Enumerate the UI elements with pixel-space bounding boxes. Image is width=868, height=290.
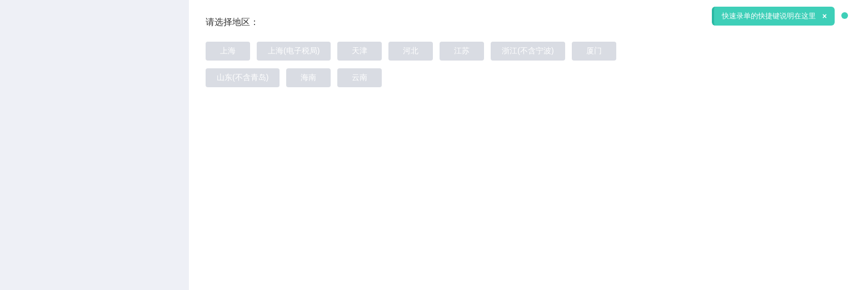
tooltip-text: 快速录单的快捷键说明在这里 [722,11,816,21]
region-row-1: 上海上海(电子税局)天津河北江苏浙江(不含宁波)厦门 [206,42,851,61]
region-row-2: 山东(不含青岛)海南云南 [206,68,851,87]
region-btn-xiamen[interactable]: 厦门 [572,42,616,61]
sidebar [0,0,189,290]
region-btn-yunnan[interactable]: 云南 [337,68,382,87]
tooltip-badge: 快速录单的快捷键说明在这里 × [712,7,835,26]
region-btn-jiangsu[interactable]: 江苏 [440,42,484,61]
region-btn-hainan[interactable]: 海南 [286,68,331,87]
region-btn-hebei[interactable]: 河北 [388,42,433,61]
tooltip-dot-indicator [841,12,848,19]
region-btn-tianjin[interactable]: 天津 [337,42,382,61]
region-btn-zhejiang[interactable]: 浙江(不含宁波) [491,42,565,61]
close-icon[interactable]: × [822,12,827,21]
region-btn-shandong[interactable]: 山东(不含青岛) [206,68,280,87]
main-content: 请选择地区： 上海上海(电子税局)天津河北江苏浙江(不含宁波)厦门 山东(不含青… [189,0,868,290]
region-btn-shanghai[interactable]: 上海 [206,42,250,61]
region-btn-shanghai-etax[interactable]: 上海(电子税局) [257,42,331,61]
